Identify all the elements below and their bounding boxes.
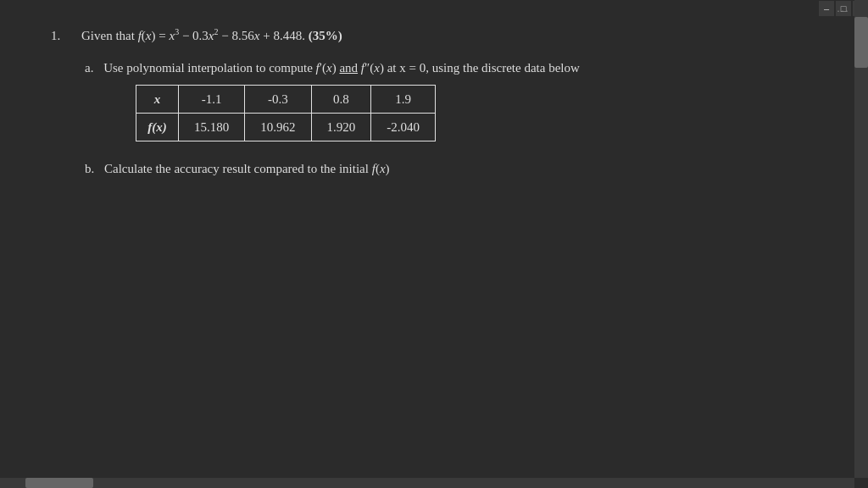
part-a-at: at x = 0, using the discrete data below: [387, 61, 580, 75]
part-b-label: b.: [85, 158, 94, 179]
part-a: a. Use polynomial interpolation to compu…: [85, 58, 851, 141]
func-var: x: [146, 29, 152, 42]
f-prime: f: [316, 61, 320, 75]
part-b-x: x: [380, 162, 386, 175]
horizontal-scrollbar[interactable]: [0, 478, 854, 488]
question-weight: (35%): [309, 29, 342, 42]
func-var4: x: [254, 29, 260, 42]
table-data-row: f(x) 15.180 10.962 1.920 -2.040: [136, 114, 436, 141]
func-var3: x: [209, 29, 214, 42]
table-cell-3: 1.920: [311, 114, 371, 141]
vertical-scrollbar-thumb[interactable]: [854, 17, 868, 68]
table-cell-1: 15.180: [179, 114, 245, 141]
x-var1: x: [326, 61, 332, 75]
table-row-label: f(x): [136, 114, 179, 141]
table-cell-4: -2.040: [371, 114, 436, 141]
part-b: b. Calculate the accuracy result compare…: [85, 158, 851, 179]
table-header-col3: 0.8: [311, 86, 371, 114]
table-header-x: x: [136, 86, 179, 114]
question-intro: Given that: [81, 29, 135, 42]
table-cell-2: 10.962: [245, 114, 311, 141]
minimize-button[interactable]: –: [819, 1, 834, 16]
question-function: f: [138, 29, 142, 42]
question-number: 1.: [51, 25, 68, 46]
table-header-row: x -1.1 -0.3 0.8 1.9: [136, 86, 436, 114]
part-a-text: Use polynomial interpolation to compute: [103, 61, 313, 75]
horizontal-scrollbar-thumb[interactable]: [25, 478, 93, 488]
part-a-label: a.: [85, 58, 93, 78]
part-b-text: Calculate the accuracy result compared t…: [104, 162, 369, 175]
part-b-fx: f: [372, 162, 376, 175]
table-header-col2: -0.3: [245, 86, 311, 114]
data-table: x -1.1 -0.3 0.8 1.9 f(x) 15.180 10.962 1…: [136, 85, 436, 141]
main-content: 1. Given that f(x) = x3 − 0.3x2 − 8.56x …: [51, 25, 851, 463]
question-1-header: 1. Given that f(x) = x3 − 0.3x2 − 8.56x …: [51, 25, 851, 46]
table-header-col4: 1.9: [371, 86, 436, 114]
question-text: Given that f(x) = x3 − 0.3x2 − 8.56x + 8…: [81, 25, 342, 46]
x-var2: x: [374, 61, 380, 75]
vertical-scrollbar[interactable]: [854, 0, 868, 478]
table-header-col1: -1.1: [179, 86, 245, 114]
and-word: and: [339, 61, 358, 75]
ellipsis-dots: ...: [837, 3, 850, 15]
part-a-content: Use polynomial interpolation to compute …: [103, 61, 580, 75]
f-double-prime: f: [361, 61, 364, 75]
